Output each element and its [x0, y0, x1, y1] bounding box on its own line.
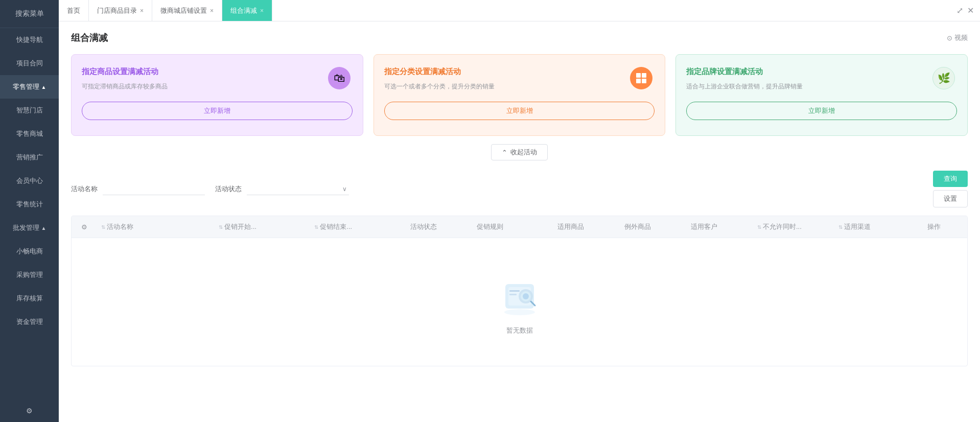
card-brand-desc: 适合与上游企业联合做营销，提升品牌销量 — [686, 82, 957, 91]
sort-icon-end: ⇅ — [314, 224, 318, 230]
th-applicable-goods: 适用商品 — [553, 216, 620, 238]
card-brand-icon: 🌿 — [932, 67, 955, 89]
th-activity-name[interactable]: ⇅ 活动名称 — [97, 216, 215, 238]
card-category-title: 指定分类设置满减活动 — [384, 67, 655, 77]
sidebar-item-retail-stats[interactable]: 零售统计 — [0, 193, 59, 216]
activity-card-brand: 指定品牌设置满减活动 适合与上游企业联合做营销，提升品牌销量 🌿 立即新增 — [675, 54, 968, 136]
retail-management-arrow-icon: ▲ — [41, 84, 46, 90]
table-settings-icon: ⚙ — [81, 223, 87, 231]
table-header: ⚙ ⇅ 活动名称 ⇅ 促销开始... ⇅ 促销结束... 活动状态 — [72, 216, 967, 238]
close-icon[interactable]: ✕ — [967, 6, 974, 15]
activity-card-category: 指定分类设置满减活动 可选一个或者多个分类，提升分类的销量 立即新增 — [374, 54, 666, 136]
chevron-down-icon: ∨ — [342, 185, 347, 193]
data-table: ⚙ ⇅ 活动名称 ⇅ 促销开始... ⇅ 促销结束... 活动状态 — [71, 216, 968, 366]
wholesale-mgmt-arrow-icon: ▲ — [41, 225, 46, 231]
svg-rect-2 — [636, 79, 641, 83]
activity-name-field: 活动名称 — [71, 183, 205, 195]
activity-name-input[interactable] — [103, 183, 205, 195]
activity-status-select[interactable]: ∨ — [247, 183, 349, 195]
tab-wechat-store-close-icon[interactable]: × — [210, 7, 214, 14]
sidebar-item-wholesale-mgmt[interactable]: 批发管理 ▲ — [0, 216, 59, 240]
th-promo-rule: 促销规则 — [473, 216, 554, 238]
th-activity-status: 活动状态 — [406, 216, 473, 238]
sidebar-item-purchase-mgmt[interactable]: 采购管理 — [0, 263, 59, 287]
sidebar-item-capital-mgmt[interactable]: 资金管理 — [0, 310, 59, 334]
th-except-goods: 例外商品 — [620, 216, 687, 238]
activity-card-goods: 指定商品设置满减活动 可指定滞销商品或库存较多商品 🛍 立即新增 — [71, 54, 363, 136]
activity-status-label: 活动状态 — [215, 184, 242, 194]
sidebar: 搜索菜单 快捷导航 项目合同 零售管理 ▲ 智慧门店 零售商城 营销推广 会员中… — [0, 0, 59, 422]
sidebar-item-inventory-check[interactable]: 库存核算 — [0, 287, 59, 310]
gear-icon: ⚙ — [26, 407, 33, 415]
page-header: 组合满减 ⊙ 视频 — [71, 32, 968, 44]
sidebar-item-retail-management[interactable]: 零售管理 ▲ — [0, 75, 59, 99]
sidebar-item-xiaochang-ecom[interactable]: 小畅电商 — [0, 240, 59, 263]
svg-rect-11 — [509, 290, 520, 292]
tab-combo-discount-close-icon[interactable]: × — [260, 7, 264, 14]
empty-text: 暂无数据 — [506, 326, 533, 335]
sort-icon-channel: ⇅ — [838, 224, 843, 230]
sort-icon-start: ⇅ — [219, 224, 223, 230]
sidebar-item-retail-mall[interactable]: 零售商城 — [0, 122, 59, 146]
collapse-activity-button[interactable]: ⌃ 收起活动 — [491, 144, 548, 160]
svg-rect-3 — [642, 79, 646, 83]
setting-button[interactable]: 设置 — [933, 190, 968, 207]
maximize-icon[interactable]: ⤢ — [956, 6, 963, 15]
svg-rect-1 — [642, 73, 646, 78]
svg-point-9 — [523, 293, 529, 299]
video-link[interactable]: ⊙ 视频 — [947, 33, 968, 42]
query-button[interactable]: 查询 — [933, 171, 968, 187]
card-category-desc: 可选一个或者多个分类，提升分类的销量 — [384, 82, 655, 91]
tab-wechat-store-settings[interactable]: 微商城店铺设置 × — [152, 0, 222, 21]
card-goods-desc: 可指定滞销商品或库存较多商品 — [82, 82, 353, 91]
empty-state: 暂无数据 — [494, 248, 545, 356]
sort-icon-concurrent: ⇅ — [757, 224, 761, 230]
th-action: 操作 — [901, 216, 967, 238]
sidebar-item-project-contract[interactable]: 项目合同 — [0, 52, 59, 75]
th-applicable-channel[interactable]: ⇅ 适用渠道 — [834, 216, 901, 238]
sidebar-item-quick-nav[interactable]: 快捷导航 — [0, 28, 59, 52]
svg-rect-12 — [509, 294, 517, 295]
card-goods-title: 指定商品设置满减活动 — [82, 67, 353, 77]
th-promo-start[interactable]: ⇅ 促销开始... — [215, 216, 310, 238]
leaf-icon: 🌿 — [938, 72, 950, 84]
collapse-bar: ⌃ 收起活动 — [71, 144, 968, 160]
chevron-up-icon: ⌃ — [502, 149, 507, 156]
th-applicable-customer: 适用客户 — [687, 216, 753, 238]
activity-cards: 指定商品设置满减活动 可指定滞销商品或库存较多商品 🛍 立即新增 指定分类设置满… — [71, 54, 968, 136]
card-category-add-button[interactable]: 立即新增 — [384, 102, 655, 120]
play-circle-icon: ⊙ — [947, 34, 952, 42]
card-brand-add-button[interactable]: 立即新增 — [686, 102, 957, 120]
table-body: 暂无数据 — [72, 238, 967, 366]
sort-icon: ⇅ — [101, 224, 105, 230]
tab-home[interactable]: 首页 — [59, 0, 89, 21]
sidebar-item-marketing[interactable]: 营销推广 — [0, 146, 59, 169]
svg-point-4 — [504, 309, 535, 315]
page-title: 组合满减 — [71, 32, 108, 44]
th-promo-end[interactable]: ⇅ 促销结束... — [310, 216, 406, 238]
card-goods-icon: 🛍 — [328, 67, 351, 89]
th-no-concurrent[interactable]: ⇅ 不允许同时... — [753, 216, 834, 238]
content-area: 组合满减 ⊙ 视频 指定商品设置满减活动 可指定滞销商品或库存较多商品 🛍 立即… — [59, 21, 980, 422]
search-bar: 活动名称 活动状态 ∨ 查询 设置 — [71, 171, 968, 207]
empty-illustration — [494, 269, 545, 320]
shopping-bag-icon: 🛍 — [334, 72, 345, 85]
sidebar-item-smart-store[interactable]: 智慧门店 — [0, 99, 59, 122]
sidebar-item-member-center[interactable]: 会员中心 — [0, 169, 59, 193]
settings-button[interactable]: ⚙ — [0, 400, 59, 422]
tab-store-catalog[interactable]: 门店商品目录 × — [89, 0, 152, 21]
activity-status-field: 活动状态 ∨ — [215, 183, 349, 195]
tab-combo-discount[interactable]: 组合满减 × — [222, 0, 272, 21]
sidebar-search[interactable]: 搜索菜单 — [0, 0, 59, 28]
svg-rect-0 — [636, 73, 641, 78]
search-actions: 查询 设置 — [933, 171, 968, 207]
th-settings[interactable]: ⚙ — [72, 216, 97, 238]
activity-name-label: 活动名称 — [71, 184, 98, 194]
tab-store-catalog-close-icon[interactable]: × — [140, 7, 144, 14]
window-controls: ⤢ ✕ — [950, 6, 980, 15]
main-area: 首页 门店商品目录 × 微商城店铺设置 × 组合满减 × ⤢ ✕ 组合满减 ⊙ … — [59, 0, 980, 422]
tab-bar: 首页 门店商品目录 × 微商城店铺设置 × 组合满减 × ⤢ ✕ — [59, 0, 980, 21]
card-brand-title: 指定品牌设置满减活动 — [686, 67, 957, 77]
card-goods-add-button[interactable]: 立即新增 — [82, 102, 353, 120]
